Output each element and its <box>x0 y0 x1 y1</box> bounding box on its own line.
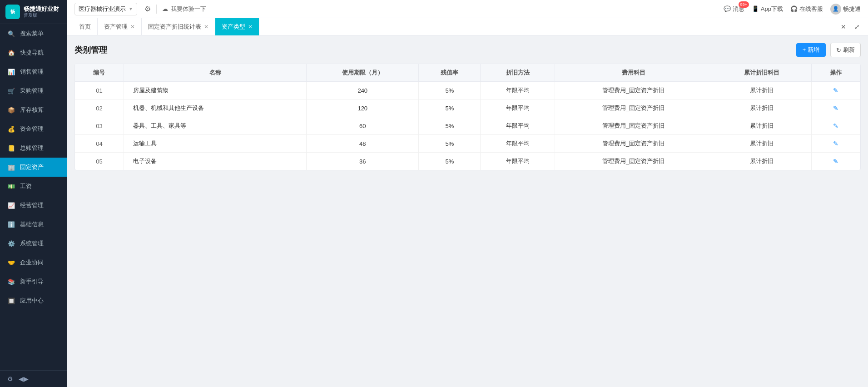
cooperate-icon: 🤝 <box>7 258 15 267</box>
company-dropdown-arrow: ▼ <box>129 6 133 11</box>
edit-icon[interactable]: ✎ <box>833 140 838 147</box>
topbar-experience[interactable]: ☁ 我要体验一下 <box>162 5 206 13</box>
sidebar-item-assets[interactable]: 🏢 固定资产 <box>0 158 67 177</box>
fund-icon: 💰 <box>7 125 15 133</box>
sidebar-item-label: 工资 <box>20 182 32 190</box>
sidebar-item-salary[interactable]: 💵 工资 <box>0 177 67 196</box>
table-cell: 01 <box>75 82 124 99</box>
table-cell: 累计折旧 <box>712 117 811 135</box>
table-cell: 器具、工具、家具等 <box>124 117 306 135</box>
app-icon: 🔲 <box>7 297 15 305</box>
tabs-bar-right: ✕ ⤢ <box>838 21 863 32</box>
table-cell: 电子设备 <box>124 153 306 170</box>
tab-2[interactable]: 固定资产折旧统计表✕ <box>142 18 215 35</box>
table-cell: 累计折旧 <box>712 82 811 99</box>
table-cell: 02 <box>75 99 124 117</box>
sidebar-item-guide[interactable]: 📚 新手引导 <box>0 272 67 291</box>
tab-close-btn[interactable]: ✕ <box>838 21 849 32</box>
tab-close-2[interactable]: ✕ <box>204 24 208 30</box>
tab-close-3[interactable]: ✕ <box>248 24 253 30</box>
content-area: 类别管理 + 新增 ↻ 刷新 编号名称使用期限（月）残值率折旧方法费用科目累计折… <box>67 35 868 387</box>
management-icon: 📈 <box>7 201 15 209</box>
topbar-message[interactable]: 💬 消息 99+ <box>724 5 744 13</box>
refresh-button[interactable]: ↻ 刷新 <box>830 43 861 57</box>
sidebar-item-purchase[interactable]: 🛒 采购管理 <box>0 81 67 100</box>
table-row: 01房屋及建筑物2405%年限平均管理费用_固定资产折旧累计折旧✎ <box>75 82 860 99</box>
topbar-settings-icon[interactable]: ⚙ <box>144 5 151 13</box>
sidebar-footer: ⚙ ◀▶ <box>0 370 67 387</box>
table-cell: 120 <box>307 99 419 117</box>
edit-icon[interactable]: ✎ <box>833 122 838 129</box>
sidebar-item-fund[interactable]: 💰 资金管理 <box>0 119 67 139</box>
customer-service-icon: 🎧 <box>790 5 798 12</box>
edit-icon[interactable]: ✎ <box>833 104 838 112</box>
refresh-icon: ↻ <box>836 47 841 54</box>
collapse-footer-icon[interactable]: ◀▶ <box>19 375 29 382</box>
assets-icon: 🏢 <box>7 163 15 171</box>
company-name: 医疗器械行业演示 <box>79 5 126 13</box>
topbar-app-download[interactable]: 📱 App下载 <box>752 5 783 13</box>
tabs-bar: 首页资产管理✕固定资产折旧统计表✕资产类型✕ ✕ ⤢ <box>67 18 868 35</box>
table-cell: 管理费用_固定资产折旧 <box>555 117 712 135</box>
sidebar-item-label: 基础信息 <box>20 220 44 228</box>
table-cell: 48 <box>307 135 419 153</box>
sidebar-item-ledger[interactable]: 📒 总账管理 <box>0 139 67 158</box>
home-icon: 🏠 <box>7 49 15 57</box>
edit-cell[interactable]: ✎ <box>811 99 860 117</box>
table-cell: 管理费用_固定资产折旧 <box>555 82 712 99</box>
main-area: 医疗器械行业演示 ▼ ⚙ ☁ 我要体验一下 💬 消息 99+ 📱 App下载 🎧… <box>67 0 868 387</box>
topbar-customer-service[interactable]: 🎧 在线客服 <box>790 5 823 13</box>
tab-close-1[interactable]: ✕ <box>130 24 135 30</box>
edit-cell[interactable]: ✎ <box>811 153 860 170</box>
table-row: 05电子设备365%年限平均管理费用_固定资产折旧累计折旧✎ <box>75 153 860 170</box>
sidebar-item-label: 库存核算 <box>20 106 44 114</box>
edit-cell[interactable]: ✎ <box>811 82 860 99</box>
sidebar-item-inventory[interactable]: 📦 库存核算 <box>0 100 67 119</box>
tab-expand-btn[interactable]: ⤢ <box>852 21 863 32</box>
sidebar-item-app[interactable]: 🔲 应用中心 <box>0 291 67 310</box>
message-badge: 99+ <box>739 1 749 8</box>
refresh-label: 刷新 <box>843 46 855 54</box>
col-header: 操作 <box>811 64 860 82</box>
company-selector[interactable]: 医疗器械行业演示 ▼ <box>74 3 137 15</box>
edit-icon[interactable]: ✎ <box>833 158 838 165</box>
username-label: 畅捷通 <box>843 5 861 13</box>
info-icon: ℹ️ <box>7 220 15 228</box>
ledger-icon: 📒 <box>7 144 15 152</box>
table-cell: 累计折旧 <box>712 153 811 170</box>
sidebar-scroll: 🔍 搜索菜单 🏠 快捷导航 📊 销售管理 🛒 采购管理 📦 库存核算 💰 资金管… <box>0 24 67 370</box>
sidebar-item-label: 新手引导 <box>20 278 44 286</box>
topbar-user[interactable]: 👤 畅捷通 <box>830 4 861 15</box>
table-cell: 5% <box>419 153 481 170</box>
system-icon: ⚙️ <box>7 239 15 248</box>
table-cell: 5% <box>419 99 481 117</box>
table-cell: 60 <box>307 117 419 135</box>
sidebar-item-search[interactable]: 🔍 搜索菜单 <box>0 24 67 43</box>
table-cell: 累计折旧 <box>712 135 811 153</box>
data-table-wrap: 编号名称使用期限（月）残值率折旧方法费用科目累计折旧科目操作 01房屋及建筑物2… <box>74 64 861 170</box>
sidebar-item-cooperate[interactable]: 🤝 企业协同 <box>0 253 67 272</box>
sidebar: 畅 畅捷通好业财 普及版 🔍 搜索菜单 🏠 快捷导航 📊 销售管理 🛒 采购管理… <box>0 0 67 387</box>
sidebar-item-home[interactable]: 🏠 快捷导航 <box>0 43 67 62</box>
sidebar-item-sales[interactable]: 📊 销售管理 <box>0 62 67 81</box>
page-header: 类别管理 + 新增 ↻ 刷新 <box>74 43 861 57</box>
col-header: 使用期限（月） <box>307 64 419 82</box>
table-cell: 房屋及建筑物 <box>124 82 306 99</box>
sidebar-item-system[interactable]: ⚙️ 系统管理 <box>0 234 67 253</box>
tab-1[interactable]: 资产管理✕ <box>98 18 142 35</box>
customer-service-label: 在线客服 <box>799 5 823 13</box>
sidebar-item-label: 固定资产 <box>20 163 44 171</box>
edit-icon[interactable]: ✎ <box>833 87 838 94</box>
sidebar-item-management[interactable]: 📈 经营管理 <box>0 196 67 215</box>
table-cell: 机器、机械和其他生产设备 <box>124 99 306 117</box>
sidebar-item-info[interactable]: ℹ️ 基础信息 <box>0 215 67 234</box>
tab-3[interactable]: 资产类型✕ <box>215 18 259 35</box>
salary-icon: 💵 <box>7 182 15 190</box>
tab-label-1: 资产管理 <box>104 23 128 31</box>
settings-footer-icon[interactable]: ⚙ <box>7 375 13 382</box>
table-cell: 年限平均 <box>481 99 555 117</box>
new-button[interactable]: + 新增 <box>796 43 826 57</box>
edit-cell[interactable]: ✎ <box>811 117 860 135</box>
tab-0[interactable]: 首页 <box>73 18 98 35</box>
edit-cell[interactable]: ✎ <box>811 135 860 153</box>
